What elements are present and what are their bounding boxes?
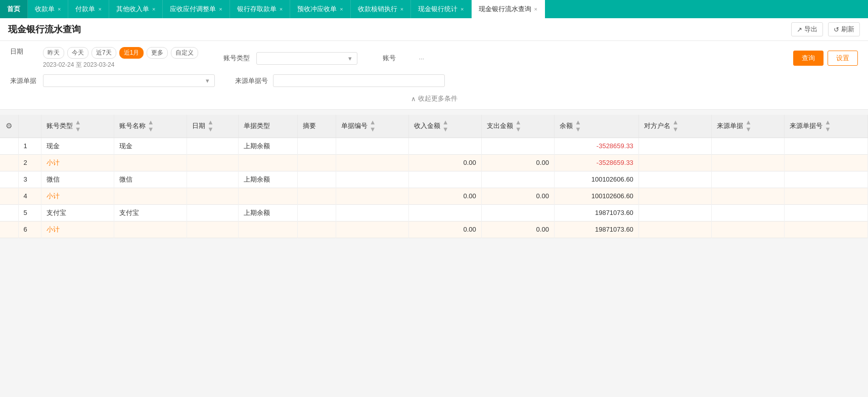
date-options: 昨天 今天 近7天 近1月 更多 自定义 xyxy=(43,47,198,59)
th-source-doc[interactable]: 来源单据▲▼ xyxy=(711,115,784,138)
th-index xyxy=(18,115,41,138)
column-settings-icon[interactable]: ⚙ xyxy=(6,121,12,130)
export-label: 导出 xyxy=(804,25,817,34)
nav-tab-xianjintongji[interactable]: 现金银行统计 × xyxy=(411,0,471,18)
th-expense[interactable]: 支出金额▲▼ xyxy=(481,115,554,138)
td-checkbox xyxy=(0,171,18,188)
source-doc-no-input[interactable] xyxy=(273,74,445,87)
date-filter-label: 日期 xyxy=(10,47,38,56)
td-account-type: 小计 xyxy=(41,221,114,238)
nav-close-fukudan[interactable]: × xyxy=(98,6,101,12)
td-income xyxy=(408,204,481,221)
nav-close-yinhang[interactable]: × xyxy=(280,6,283,12)
nav-home[interactable]: 首页 xyxy=(0,0,28,18)
th-settings[interactable]: ⚙ xyxy=(0,115,18,138)
query-button[interactable]: 查询 xyxy=(793,51,824,66)
table-row: 4小计0.000.00100102606.60 xyxy=(0,188,868,204)
sort-source-doc-no-icon: ▲▼ xyxy=(825,119,831,134)
td-expense: 0.00 xyxy=(481,188,554,204)
refresh-label: 刷新 xyxy=(841,25,854,34)
th-account-name[interactable]: 账号名称▲▼ xyxy=(114,115,187,138)
header-actions: ↗ 导出 ↺ 刷新 xyxy=(791,22,860,36)
sort-date-icon: ▲▼ xyxy=(207,119,214,134)
td-account-name xyxy=(114,188,187,204)
nav-close-liushui[interactable]: × xyxy=(534,6,537,12)
settings-button[interactable]: 设置 xyxy=(828,51,858,66)
account-dots[interactable]: ··· xyxy=(416,53,427,64)
source-doc-select[interactable]: ▾ xyxy=(43,74,215,87)
th-doc-no[interactable]: 单据编号▲▼ xyxy=(336,115,408,138)
nav-close-tongji[interactable]: × xyxy=(461,6,464,12)
date-btn-1month[interactable]: 近1月 xyxy=(119,47,144,59)
page-header: 现金银行流水查询 ↗ 导出 ↺ 刷新 xyxy=(0,18,868,41)
th-income[interactable]: 收入金额▲▼ xyxy=(408,115,481,138)
td-counterparty xyxy=(638,171,711,188)
td-index: 4 xyxy=(18,188,41,204)
td-balance: 100102606.60 xyxy=(554,171,638,188)
td-checkbox xyxy=(0,138,18,154)
collapse-label: 收起更多条件 xyxy=(418,94,458,103)
td-date xyxy=(187,188,238,204)
filter-area: 日期 昨天 今天 近7天 近1月 更多 自定义 2023-02-24 至 202… xyxy=(0,41,868,110)
refresh-icon: ↺ xyxy=(834,26,839,33)
nav-tab-yinhangcudan[interactable]: 银行存取款单 × xyxy=(230,0,290,18)
refresh-button[interactable]: ↺ 刷新 xyxy=(828,22,860,36)
td-date xyxy=(187,204,238,221)
td-source-doc-no xyxy=(785,188,868,204)
td-account-type: 小计 xyxy=(41,154,114,171)
th-counterparty[interactable]: 对方户名▲▼ xyxy=(638,115,711,138)
td-account-type: 小计 xyxy=(41,188,114,204)
td-expense xyxy=(481,204,554,221)
td-summary xyxy=(298,171,336,188)
th-summary: 摘要 xyxy=(298,115,336,138)
td-index: 5 xyxy=(18,204,41,221)
td-counterparty xyxy=(638,221,711,238)
td-balance: 19871073.60 xyxy=(554,204,638,221)
source-doc-arrow-icon: ▾ xyxy=(206,77,209,84)
td-date xyxy=(187,154,238,171)
table-row: 1现金现金上期余额-3528659.33 xyxy=(0,138,868,154)
sort-expense-icon: ▲▼ xyxy=(515,119,522,134)
top-navigation: 首页 收款单 × 付款单 × 其他收入单 × 应收应付调整单 × 银行存取款单 … xyxy=(0,0,868,18)
date-btn-7days[interactable]: 近7天 xyxy=(92,47,116,59)
td-checkbox xyxy=(0,188,18,204)
sort-source-doc-icon: ▲▼ xyxy=(745,119,752,134)
nav-tab-yingshouyingfu[interactable]: 应收应付调整单 × xyxy=(163,0,230,18)
nav-tab-shoudan[interactable]: 收款单 × xyxy=(28,0,68,18)
nav-close-yushou[interactable]: × xyxy=(340,6,343,12)
nav-close-qita[interactable]: × xyxy=(152,6,155,12)
nav-close-shoukuan[interactable]: × xyxy=(400,6,403,12)
td-checkbox xyxy=(0,221,18,238)
filter-row-1: 日期 昨天 今天 近7天 近1月 更多 自定义 2023-02-24 至 202… xyxy=(10,47,858,69)
date-btn-yesterday[interactable]: 昨天 xyxy=(43,47,64,59)
td-counterparty xyxy=(638,154,711,171)
nav-tab-qitashouruda[interactable]: 其他收入单 × xyxy=(109,0,163,18)
account-type-select[interactable]: ▾ xyxy=(256,52,357,65)
td-doc-no xyxy=(336,171,408,188)
td-account-name: 支付宝 xyxy=(114,204,187,221)
td-source-doc-no xyxy=(785,138,868,154)
date-btn-custom[interactable]: 自定义 xyxy=(171,47,198,59)
collapse-bar[interactable]: ∧ 收起更多条件 xyxy=(10,92,858,103)
td-counterparty xyxy=(638,188,711,204)
nav-tab-shoukuanheiao[interactable]: 收款核销执行 × xyxy=(351,0,411,18)
td-source-doc-no xyxy=(785,204,868,221)
th-balance[interactable]: 余额▲▼ xyxy=(554,115,638,138)
filter-row-2: 来源单据 ▾ 来源单据号 xyxy=(10,74,858,87)
sort-doc-no-icon: ▲▼ xyxy=(370,119,376,134)
nav-tab-fukudan[interactable]: 付款单 × xyxy=(68,0,109,18)
th-source-doc-no[interactable]: 来源单据号▲▼ xyxy=(785,115,868,138)
th-date[interactable]: 日期▲▼ xyxy=(187,115,238,138)
nav-tab-yushoudan[interactable]: 预收冲应收单 × xyxy=(290,0,350,18)
nav-close-yingshou[interactable]: × xyxy=(219,6,222,12)
th-account-type[interactable]: 账号类型▲▼ xyxy=(41,115,114,138)
td-balance: -3528659.33 xyxy=(554,138,638,154)
date-btn-today[interactable]: 今天 xyxy=(67,47,88,59)
nav-tab-xianjinliushui[interactable]: 现金银行流水查询 × xyxy=(472,0,545,18)
nav-close-shoudan[interactable]: × xyxy=(58,6,61,12)
export-button[interactable]: ↗ 导出 xyxy=(791,22,823,36)
td-income xyxy=(408,138,481,154)
date-btn-more[interactable]: 更多 xyxy=(147,47,168,59)
td-doc-no xyxy=(336,188,408,204)
sort-balance-icon: ▲▼ xyxy=(575,119,581,134)
